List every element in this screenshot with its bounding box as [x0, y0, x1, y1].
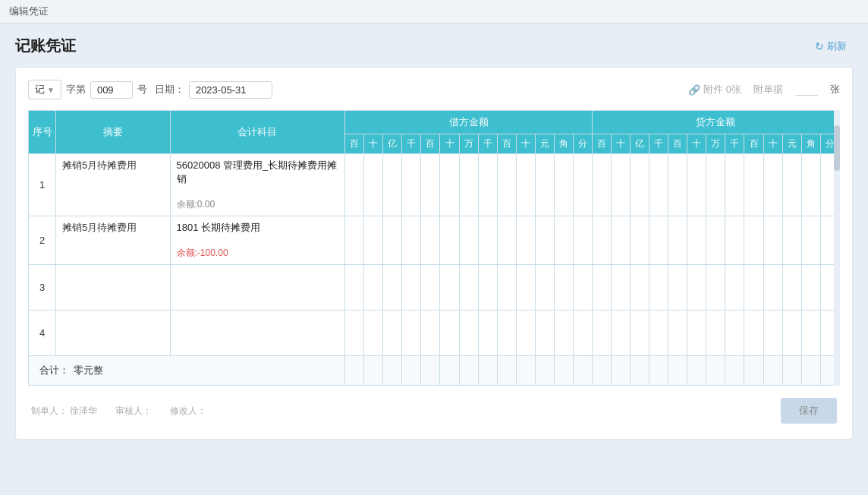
credit-amount-2-7[interactable] [725, 265, 744, 311]
account-cell-3[interactable] [170, 311, 345, 356]
credit-amount-3-4[interactable] [668, 311, 687, 356]
voucher-type-dropdown[interactable]: 记 ▼ [28, 80, 61, 99]
debit-amount-0-4[interactable] [421, 154, 440, 216]
credit-amount-2-9[interactable] [763, 265, 782, 311]
debit-amount-3-5[interactable] [440, 311, 459, 356]
credit-amount-1-6[interactable] [706, 216, 725, 265]
debit-amount-3-1[interactable] [364, 311, 383, 356]
debit-amount-0-6[interactable] [459, 154, 478, 216]
refresh-button[interactable]: ↻ 刷新 [809, 36, 853, 56]
credit-amount-1-11[interactable] [801, 216, 820, 265]
summary-cell-3[interactable] [56, 311, 170, 356]
credit-amount-3-3[interactable] [649, 311, 668, 356]
account-cell-0[interactable]: 56020008 管理费用_长期待摊费用摊销余额:0.00 [170, 154, 345, 216]
debit-amount-3-4[interactable] [421, 311, 440, 356]
scrollbar-track[interactable] [834, 110, 840, 386]
credit-amount-1-0[interactable] [592, 216, 611, 265]
credit-amount-2-1[interactable] [612, 265, 631, 311]
credit-amount-3-9[interactable] [763, 311, 782, 356]
credit-amount-1-1[interactable] [612, 216, 631, 265]
debit-amount-1-2[interactable] [383, 216, 402, 265]
credit-amount-0-1[interactable] [612, 154, 631, 216]
debit-amount-3-10[interactable] [535, 311, 554, 356]
credit-amount-2-4[interactable] [668, 265, 687, 311]
debit-amount-2-11[interactable] [554, 265, 573, 311]
credit-amount-3-6[interactable] [706, 311, 725, 356]
credit-amount-2-6[interactable] [706, 265, 725, 311]
debit-amount-2-9[interactable] [516, 265, 535, 311]
debit-amount-3-0[interactable] [345, 311, 364, 356]
debit-amount-2-7[interactable] [478, 265, 497, 311]
credit-amount-1-4[interactable] [668, 216, 687, 265]
debit-amount-1-5[interactable] [440, 216, 459, 265]
debit-amount-3-2[interactable] [383, 311, 402, 356]
attach-single-button[interactable]: 附单据 [753, 83, 783, 96]
scrollbar-thumb[interactable] [834, 125, 840, 171]
credit-amount-1-2[interactable] [631, 216, 649, 265]
credit-amount-0-10[interactable] [782, 154, 801, 216]
date-input[interactable] [189, 81, 272, 99]
account-cell-1[interactable]: 1801 长期待摊费用余额:-100.00 [170, 216, 345, 265]
debit-amount-3-8[interactable] [497, 311, 516, 356]
debit-amount-0-10[interactable] [535, 154, 554, 216]
debit-amount-0-5[interactable] [440, 154, 459, 216]
debit-amount-0-0[interactable] [345, 154, 364, 216]
debit-amount-2-12[interactable] [573, 265, 592, 311]
credit-amount-3-5[interactable] [687, 311, 706, 356]
debit-amount-1-4[interactable] [421, 216, 440, 265]
debit-amount-2-10[interactable] [535, 265, 554, 311]
debit-amount-3-6[interactable] [459, 311, 478, 356]
debit-amount-0-8[interactable] [497, 154, 516, 216]
credit-amount-0-3[interactable] [649, 154, 668, 216]
debit-amount-2-2[interactable] [383, 265, 402, 311]
credit-amount-1-5[interactable] [687, 216, 706, 265]
credit-amount-1-10[interactable] [782, 216, 801, 265]
credit-amount-0-0[interactable] [592, 154, 611, 216]
debit-amount-1-12[interactable] [573, 216, 592, 265]
debit-amount-3-9[interactable] [516, 311, 535, 356]
debit-amount-2-0[interactable] [345, 265, 364, 311]
credit-amount-0-9[interactable] [763, 154, 782, 216]
credit-amount-3-2[interactable] [631, 311, 649, 356]
credit-amount-3-0[interactable] [592, 311, 611, 356]
summary-cell-0[interactable]: 摊销5月待摊费用 [56, 154, 170, 216]
credit-amount-1-8[interactable] [744, 216, 763, 265]
debit-amount-1-7[interactable] [478, 216, 497, 265]
debit-amount-1-11[interactable] [554, 216, 573, 265]
debit-amount-0-12[interactable] [573, 154, 592, 216]
debit-amount-3-7[interactable] [478, 311, 497, 356]
debit-amount-1-3[interactable] [402, 216, 421, 265]
credit-amount-3-7[interactable] [725, 311, 744, 356]
debit-amount-1-10[interactable] [535, 216, 554, 265]
debit-amount-2-4[interactable] [421, 265, 440, 311]
credit-amount-0-5[interactable] [687, 154, 706, 216]
credit-amount-2-5[interactable] [687, 265, 706, 311]
debit-amount-1-0[interactable] [345, 216, 364, 265]
credit-amount-3-1[interactable] [612, 311, 631, 356]
credit-amount-1-9[interactable] [763, 216, 782, 265]
credit-amount-0-6[interactable] [706, 154, 725, 216]
debit-amount-1-1[interactable] [364, 216, 383, 265]
save-button[interactable]: 保存 [781, 398, 837, 424]
debit-amount-2-6[interactable] [459, 265, 478, 311]
credit-amount-2-0[interactable] [592, 265, 611, 311]
debit-amount-3-12[interactable] [573, 311, 592, 356]
debit-amount-2-1[interactable] [364, 265, 383, 311]
credit-amount-3-8[interactable] [744, 311, 763, 356]
debit-amount-1-6[interactable] [459, 216, 478, 265]
credit-amount-0-11[interactable] [801, 154, 820, 216]
debit-amount-1-9[interactable] [516, 216, 535, 265]
credit-amount-2-2[interactable] [631, 265, 649, 311]
zhang-input[interactable] [795, 84, 818, 96]
debit-amount-2-8[interactable] [497, 265, 516, 311]
debit-amount-0-9[interactable] [516, 154, 535, 216]
credit-amount-0-7[interactable] [725, 154, 744, 216]
debit-amount-0-1[interactable] [364, 154, 383, 216]
debit-amount-2-3[interactable] [402, 265, 421, 311]
credit-amount-3-11[interactable] [801, 311, 820, 356]
summary-cell-2[interactable] [56, 265, 170, 311]
credit-amount-3-10[interactable] [782, 311, 801, 356]
credit-amount-0-2[interactable] [631, 154, 649, 216]
credit-amount-0-4[interactable] [668, 154, 687, 216]
debit-amount-1-8[interactable] [497, 216, 516, 265]
